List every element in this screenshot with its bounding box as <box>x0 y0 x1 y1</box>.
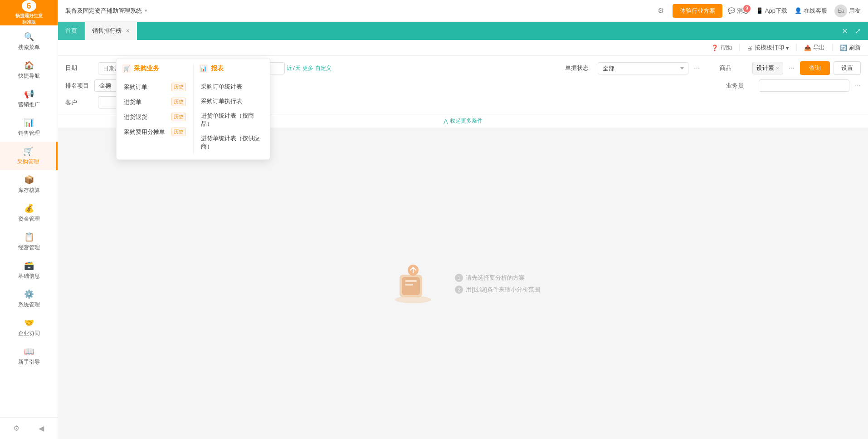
purchase-icon: 🛒 <box>23 146 33 156</box>
dropdown-col-report: 📊 报表 采购订单统计表采购订单执行表进货单统计表（按商品）进货单统计表（按供应… <box>193 64 270 154</box>
messages-badge: 9 <box>743 5 751 12</box>
main-area: 装备及固定资产辅助管理系统 ▾ ⚙ 体验行业方案 💬 消息 9 📱 App下载 … <box>58 0 868 439</box>
sidebar-item-operation[interactable]: 📋经营管理 <box>0 227 58 256</box>
tab-home-label: 首页 <box>65 27 77 35</box>
dropdown-columns: 🛒 采购业务 采购订单历史进货单历史进货退货历史采购费用分摊单历史 📊 报表 采… <box>117 64 270 154</box>
sidebar-item-label: 资金管理 <box>18 215 40 223</box>
quick-icon: 🏠 <box>24 60 34 70</box>
topbar-right: 💬 消息 9 📱 App下载 👤 在线客服 Ea 用友 <box>728 5 861 17</box>
search-icon: 🔍 <box>24 32 34 42</box>
sidebar-item-quick[interactable]: 🏠快捷导航 <box>0 56 58 84</box>
app-download-label: App下载 <box>765 7 787 15</box>
dropdown-item-label: 进货单统计表（按供应商） <box>201 134 263 151</box>
topbar-industry-btn[interactable]: 体验行业方案 <box>673 4 722 18</box>
history-badge: 历史 <box>171 83 186 91</box>
topbar-title: 装备及固定资产辅助管理系统 ▾ <box>65 7 649 15</box>
app-download-icon: 📱 <box>756 7 763 14</box>
sidebar-item-label: 新手引导 <box>18 358 40 366</box>
dropdown-report-item[interactable]: 进货单统计表（按商品） <box>199 109 265 131</box>
report-icon: 📊 <box>199 64 208 73</box>
base-icon: 🗃️ <box>24 261 34 271</box>
dropdown-item-label: 进货单 <box>124 98 168 106</box>
tab-bar: 首页 销售排行榜 × ✕ ⤢ <box>58 22 868 40</box>
dropdown-item-label: 进货单统计表（按商品） <box>201 112 263 128</box>
topbar-settings-btn[interactable]: ⚙ <box>654 5 667 17</box>
dropdown-item-label: 采购费用分摊单 <box>124 128 168 136</box>
dropdown-report-item[interactable]: 采购订单执行表 <box>199 94 265 109</box>
sidebar-item-label: 经营管理 <box>18 244 40 252</box>
tab-maximize-btn[interactable]: ⤢ <box>853 25 863 37</box>
dropdown-purchase-item[interactable]: 采购订单历史 <box>122 79 188 94</box>
guide-icon: 📖 <box>24 346 34 356</box>
sidebar-item-label: 系统管理 <box>18 301 40 309</box>
sidebar-item-finance[interactable]: 💰资金管理 <box>0 199 58 227</box>
settings-footer-btn[interactable]: ⚙ <box>9 421 24 436</box>
online-service-icon: 👤 <box>795 7 802 14</box>
dropdown-col-purchase: 🛒 采购业务 采购订单历史进货单历史进货退货历史采购费用分摊单历史 <box>117 64 193 154</box>
sidebar-item-system[interactable]: ⚙️系统管理 <box>0 285 58 313</box>
dropdown-col-purchase-header: 🛒 采购业务 <box>122 64 188 76</box>
tab-close-window-btn[interactable]: ✕ <box>840 25 849 37</box>
sidebar-item-inventory[interactable]: 📦库存核算 <box>0 170 58 199</box>
sidebar-item-marketing[interactable]: 📢营销推广 <box>0 84 58 113</box>
finance-icon: 💰 <box>24 203 34 213</box>
tab-sales-ranking[interactable]: 销售排行榜 × <box>85 22 137 40</box>
sidebar-item-base[interactable]: 🗃️基础信息 <box>0 256 58 285</box>
sidebar-item-sales[interactable]: 📊销售管理 <box>0 113 58 142</box>
sidebar-item-purchase[interactable]: 🛒采购管理 <box>0 142 58 170</box>
user-avatar: Ea <box>834 5 847 17</box>
dropdown-purchase-item[interactable]: 进货退货历史 <box>122 109 188 124</box>
tab-home[interactable]: 首页 <box>58 22 85 40</box>
sidebar-item-label: 企业协同 <box>18 330 40 337</box>
marketing-icon: 📢 <box>24 89 34 99</box>
inventory-icon: 📦 <box>24 175 34 185</box>
dropdown-report-item[interactable]: 采购订单统计表 <box>199 79 265 94</box>
online-service-label: 在线客服 <box>804 7 827 15</box>
logo-tagline: 畅捷通好生意 <box>15 13 43 19</box>
tab-close-btn[interactable]: × <box>126 28 129 34</box>
topbar: 装备及固定资产辅助管理系统 ▾ ⚙ 体验行业方案 💬 消息 9 📱 App下载 … <box>58 0 868 22</box>
logo-icon: 6 <box>22 0 36 12</box>
purchase-icon: 🛒 <box>122 64 131 73</box>
tab-sales-ranking-label: 销售排行榜 <box>92 27 122 35</box>
dropdown-item-label: 采购订单统计表 <box>201 83 263 91</box>
sidebar-item-label: 快捷导航 <box>18 72 40 80</box>
sidebar-item-guide[interactable]: 📖新手引导 <box>0 342 58 370</box>
dropdown-overlay[interactable]: 🛒 采购业务 采购订单历史进货单历史进货退货历史采购费用分摊单历史 📊 报表 采… <box>58 40 868 439</box>
dropdown-purchase-item[interactable]: 采购费用分摊单历史 <box>122 124 188 139</box>
history-badge: 历史 <box>171 98 186 106</box>
dropdown-report-item[interactable]: 进货单统计表（按供应商） <box>199 131 265 154</box>
system-icon: ⚙️ <box>24 289 34 299</box>
topbar-user-btn[interactable]: Ea 用友 <box>834 5 861 17</box>
topbar-online-service-btn[interactable]: 👤 在线客服 <box>795 7 827 15</box>
sidebar-footer: ⚙ ◀ <box>0 417 58 439</box>
sidebar-item-label: 营销推广 <box>18 101 40 109</box>
sidebar-item-label: 采购管理 <box>17 158 39 166</box>
app-logo: 6 畅捷通好生意 标准版 <box>0 0 58 25</box>
collapse-footer-btn[interactable]: ◀ <box>34 421 49 436</box>
dropdown-menu: 🛒 采购业务 采购订单历史进货单历史进货退货历史采购费用分摊单历史 📊 报表 采… <box>116 58 270 160</box>
corp-icon: 🤝 <box>24 318 34 328</box>
sidebar-item-corp[interactable]: 🤝企业协同 <box>0 313 58 342</box>
sales-icon: 📊 <box>24 118 34 128</box>
topbar-dropdown-arrow[interactable]: ▾ <box>145 8 147 14</box>
sidebar-item-label: 基础信息 <box>18 272 40 280</box>
dropdown-item-label: 采购订单执行表 <box>201 97 263 105</box>
dropdown-col-report-header: 📊 报表 <box>199 64 265 76</box>
dropdown-item-label: 进货退货 <box>124 113 168 121</box>
logo-edition: 标准版 <box>22 19 36 25</box>
topbar-messages-btn[interactable]: 💬 消息 9 <box>728 7 749 15</box>
history-badge: 历史 <box>171 113 186 121</box>
topbar-system-title: 装备及固定资产辅助管理系统 <box>65 7 142 15</box>
sidebar-item-search[interactable]: 🔍搜索菜单 <box>0 27 58 56</box>
operation-icon: 📋 <box>24 232 34 242</box>
dropdown-item-label: 采购订单 <box>124 83 168 91</box>
sidebar-item-label: 搜索菜单 <box>18 44 40 51</box>
report-col-title: 报表 <box>211 64 224 73</box>
sidebar-item-label: 销售管理 <box>18 129 40 137</box>
sidebar-nav: 🔍搜索菜单🏠快捷导航📢营销推广📊销售管理🛒采购管理📦库存核算💰资金管理📋经营管理… <box>0 25 58 417</box>
purchase-col-title: 采购业务 <box>134 64 159 73</box>
topbar-app-download-btn[interactable]: 📱 App下载 <box>756 7 787 15</box>
dropdown-purchase-item[interactable]: 进货单历史 <box>122 94 188 109</box>
content-area: ❓ 帮助 🖨 按模板打印 ▾ 📤 导出 🔄 刷新 日期 <box>58 40 868 439</box>
